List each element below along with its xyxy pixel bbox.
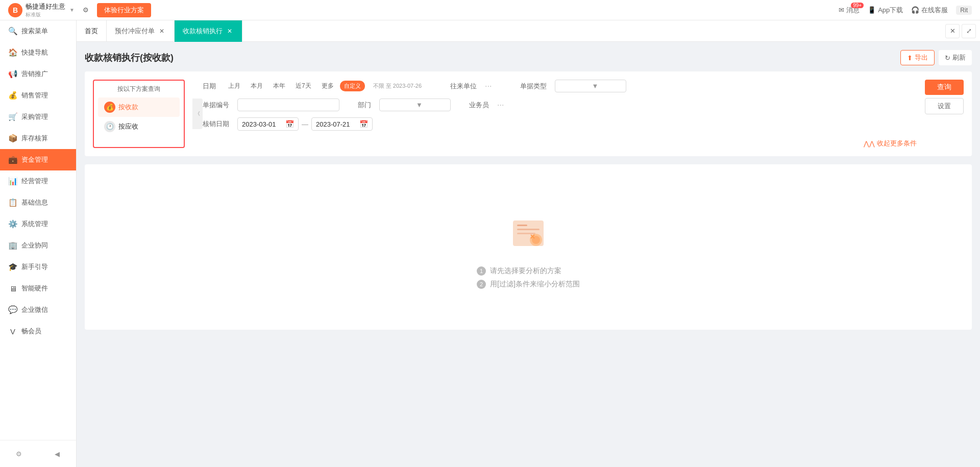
date-btn-this-month[interactable]: 本月 (247, 81, 267, 91)
sidebar-item-label: 系统管理 (21, 219, 48, 229)
sidebar-item-purchase[interactable]: 🛒 采购管理 (0, 106, 76, 128)
query-buttons: 查询 设置 (925, 80, 964, 114)
sidebar-item-inventory[interactable]: 📦 库存核算 (0, 128, 76, 149)
filter-section: 按以下方案查询 💰 按收款 🕐 按应收 《 (85, 71, 972, 156)
brand-dropdown-arrow[interactable]: ▼ (69, 7, 75, 13)
tab-home[interactable]: 首页 (77, 20, 107, 42)
svg-rect-3 (517, 233, 535, 234)
topbar-left: B 畅捷通好生意 标准版 ▼ ⚙ 体验行业方案 (8, 2, 151, 18)
order-no-input[interactable] (237, 99, 339, 111)
sidebar-item-guide[interactable]: 🎓 新手引导 (0, 256, 76, 278)
message-badge: 99+ (851, 3, 864, 8)
home-icon: 🏠 (8, 48, 17, 57)
writeoff-end-value: 2023-07-21 (316, 120, 350, 128)
refresh-icon: ↻ (945, 54, 950, 62)
user-profile[interactable]: Rit (956, 6, 972, 15)
app-label: App下载 (878, 6, 903, 15)
sidebar-item-member[interactable]: V 畅会员 (0, 321, 76, 342)
sidebar-item-finance[interactable]: 💼 资金管理 (0, 149, 76, 170)
dept-select[interactable]: ▼ (379, 99, 451, 111)
solution-button[interactable]: 体验行业方案 (97, 3, 151, 17)
sidebar-gear-button[interactable]: ⚙ (10, 445, 28, 463)
app-download-button[interactable]: 📱 App下载 (868, 6, 903, 15)
basic-icon: 📋 (8, 198, 17, 207)
member-icon: V (8, 327, 17, 336)
sidebar-item-operation[interactable]: 📊 经营管理 (0, 170, 76, 192)
message-button[interactable]: ✉ 消息 99+ (839, 6, 860, 15)
sidebar-item-label: 基础信息 (21, 198, 48, 207)
sidebar-item-label: 采购管理 (21, 112, 48, 121)
empty-illustration (503, 205, 554, 256)
brand: 畅捷通好生意 标准版 (26, 2, 65, 18)
customer-service-button[interactable]: 🎧 在线客服 (911, 6, 948, 15)
setting-button[interactable]: 设置 (925, 98, 964, 114)
tab-prepay[interactable]: 预付冲应付单 ✕ (107, 20, 175, 42)
filter-row-order: 单据编号 部门 ▼ 业务员 ··· (203, 99, 917, 111)
date-btn-custom[interactable]: 自定义 (340, 81, 365, 91)
filter-collapse-button[interactable]: 《 (192, 99, 203, 129)
export-button[interactable]: ⬆ 导出 (900, 50, 935, 65)
collapse-more-conditions[interactable]: ⋀⋀ 收起更多条件 (203, 137, 917, 148)
sidebar-item-corp[interactable]: 🏢 企业协同 (0, 235, 76, 256)
service-label: 在线客服 (921, 6, 948, 15)
sidebar-item-search[interactable]: 🔍 搜索菜单 (0, 20, 76, 42)
order-no-label: 单据编号 (203, 101, 229, 110)
sidebar-item-label: 新手引导 (21, 262, 48, 272)
sidebar-collapse-button[interactable]: ◀ (48, 445, 66, 463)
filter-option-by-receivable[interactable]: 🕐 按应收 (98, 117, 180, 136)
sales-icon: 💰 (8, 91, 17, 100)
sidebar-item-label: 库存核算 (21, 134, 48, 143)
topbar: B 畅捷通好生意 标准版 ▼ ⚙ 体验行业方案 ✉ 消息 99+ 📱 App下载… (0, 0, 980, 20)
writeoff-start-date[interactable]: 2023-03-01 📅 (237, 117, 299, 131)
filter-option-by-receipt[interactable]: 💰 按收款 (98, 97, 180, 117)
date-range-separator: — (302, 120, 308, 128)
svg-rect-2 (517, 229, 540, 230)
date-btn-7days[interactable]: 近7天 (291, 81, 315, 91)
tab-close-all-button[interactable]: ✕ (945, 24, 960, 38)
calendar-start-icon: 📅 (285, 120, 294, 128)
logo: B 畅捷通好生意 标准版 (8, 2, 65, 18)
by-receipt-icon: 💰 (104, 102, 115, 113)
by-receipt-label: 按收款 (118, 103, 138, 112)
collapse-more-label: 收起更多条件 (877, 139, 917, 148)
search-icon: 🔍 (8, 27, 17, 36)
tab-collection-close[interactable]: ✕ (226, 27, 234, 35)
by-receivable-label: 按应收 (118, 122, 138, 131)
refresh-button[interactable]: ↻ 刷新 (939, 50, 972, 65)
date-btn-this-year[interactable]: 本年 (269, 81, 289, 91)
staff-input[interactable]: ··· (497, 101, 504, 110)
date-hint: 不限 至 2023-07-26 (373, 82, 422, 90)
sidebar-item-wechat[interactable]: 💬 企业微信 (0, 299, 76, 321)
tab-fullscreen-button[interactable]: ⤢ (962, 24, 976, 38)
wechat-icon: 💬 (8, 305, 17, 314)
settings-icon[interactable]: ⚙ (79, 3, 93, 17)
order-type-arrow: ▼ (592, 82, 622, 90)
app-icon: 📱 (868, 6, 876, 14)
brand-sub: 标准版 (26, 11, 65, 18)
date-btn-last-month[interactable]: 上月 (224, 81, 244, 91)
query-button[interactable]: 查询 (925, 80, 964, 95)
sidebar-bottom: ⚙ ◀ (0, 440, 76, 467)
sidebar-item-quick-nav[interactable]: 🏠 快捷导航 (0, 42, 76, 63)
order-type-label: 单据类型 (520, 82, 547, 91)
tab-collection[interactable]: 收款核销执行 ✕ (175, 20, 242, 42)
sidebar-item-system[interactable]: ⚙️ 系统管理 (0, 213, 76, 235)
sidebar-item-sales[interactable]: 💰 销售管理 (0, 85, 76, 106)
writeoff-date-label: 核销日期 (203, 119, 229, 129)
sidebar: 🔍 搜索菜单 🏠 快捷导航 📢 营销推广 💰 销售管理 🛒 采购管理 📦 库存核… (0, 20, 77, 467)
counterpart-input[interactable]: ··· (485, 82, 492, 91)
system-icon: ⚙️ (8, 219, 17, 229)
writeoff-end-date[interactable]: 2023-07-21 📅 (311, 117, 373, 131)
refresh-label: 刷新 (952, 53, 966, 62)
order-type-select[interactable]: ▼ (555, 80, 626, 92)
brand-name: 畅捷通好生意 (26, 2, 65, 11)
tab-prepay-label: 预付冲应付单 (115, 27, 155, 36)
sidebar-item-basic[interactable]: 📋 基础信息 (0, 192, 76, 213)
sidebar-item-hardware[interactable]: 🖥 智能硬件 (0, 278, 76, 299)
sidebar-item-marketing[interactable]: 📢 营销推广 (0, 63, 76, 85)
page-actions: ⬆ 导出 ↻ 刷新 (900, 50, 972, 65)
staff-label: 业务员 (469, 101, 489, 110)
tab-prepay-close[interactable]: ✕ (158, 27, 166, 35)
date-btn-more[interactable]: 更多 (317, 81, 338, 91)
tab-bar-actions: ✕ ⤢ (945, 24, 980, 38)
